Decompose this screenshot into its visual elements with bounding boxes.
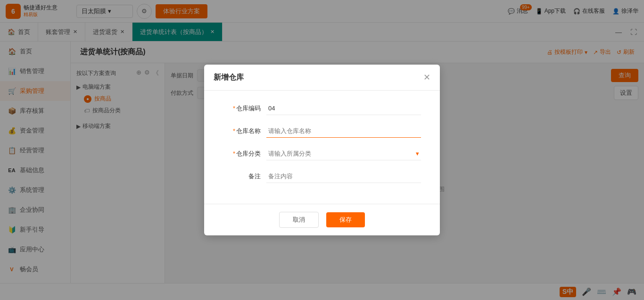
save-button[interactable]: 保存 xyxy=(326,212,365,227)
note-input[interactable] xyxy=(266,170,421,183)
code-input[interactable] xyxy=(266,102,421,115)
dialog-body: 仓库编码 仓库名称 仓库分类 ▾ 备注 xyxy=(204,91,440,204)
code-label: 仓库编码 xyxy=(223,104,261,113)
category-select-wrap[interactable]: ▾ xyxy=(266,147,421,160)
name-input[interactable] xyxy=(266,125,421,138)
dialog-footer: 取消 保存 xyxy=(204,204,440,235)
note-label: 备注 xyxy=(223,172,261,181)
dialog-overlay[interactable]: 新增仓库 ✕ 仓库编码 仓库名称 仓库分类 ▾ xyxy=(0,0,644,300)
category-arrow-icon: ▾ xyxy=(416,150,419,157)
new-warehouse-dialog: 新增仓库 ✕ 仓库编码 仓库名称 仓库分类 ▾ xyxy=(204,65,440,235)
dialog-close-button[interactable]: ✕ xyxy=(423,72,430,83)
dialog-title: 新增仓库 xyxy=(214,73,244,83)
category-label: 仓库分类 xyxy=(223,150,261,158)
category-input[interactable] xyxy=(268,150,416,157)
form-row-category: 仓库分类 ▾ xyxy=(223,147,421,160)
form-row-note: 备注 xyxy=(223,170,421,183)
form-row-name: 仓库名称 xyxy=(223,125,421,138)
name-label: 仓库名称 xyxy=(223,127,261,135)
dialog-header: 新增仓库 ✕ xyxy=(204,65,440,91)
form-row-code: 仓库编码 xyxy=(223,102,421,115)
cancel-button[interactable]: 取消 xyxy=(279,212,319,228)
